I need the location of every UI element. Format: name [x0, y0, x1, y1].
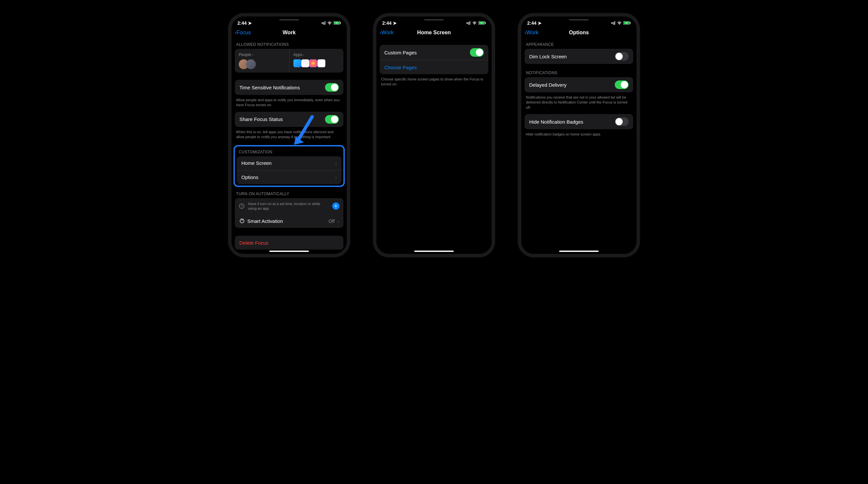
page-title: Work	[282, 30, 296, 36]
phone-screenshot-1: 2:44 ➤ •ıl ‹ Focus Work Allowed Notifica…	[228, 13, 350, 257]
page-title: Options	[569, 30, 589, 36]
svg-rect-8	[485, 22, 486, 24]
share-focus-footer: When this is on, tell apps you have noti…	[231, 127, 347, 143]
wifi-icon	[327, 21, 332, 26]
status-icons: •ıl	[611, 21, 630, 26]
hide-badges-row[interactable]: Hide Notification Badges	[525, 114, 633, 129]
choose-pages-button[interactable]: Choose Pages	[380, 60, 488, 74]
chevron-right-icon: ›	[335, 161, 337, 166]
signal-icon: •ıl	[466, 21, 470, 26]
status-time: 2:44	[238, 21, 247, 26]
battery-icon	[623, 21, 630, 26]
location-arrow-icon: ➤	[393, 21, 397, 26]
section-appearance: Appearance	[521, 39, 637, 48]
time-sensitive-footer: Allow people and apps to notify you imme…	[231, 95, 347, 111]
svg-rect-11	[630, 22, 630, 24]
home-screen-button[interactable]: Home Screen ›	[237, 156, 341, 170]
section-turn-on: Turn On Automatically	[231, 189, 347, 198]
time-sensitive-toggle[interactable]	[325, 83, 339, 92]
status-time: 2:44	[382, 21, 392, 26]
delayed-delivery-row[interactable]: Delayed Delivery	[525, 77, 633, 92]
phone-screenshot-3: 2:44 ➤ •ıl ‹ Work Options Appearance Dim…	[518, 13, 640, 257]
smart-activation-button[interactable]: Smart Activation Off ›	[235, 214, 343, 228]
people-button[interactable]: People›	[235, 49, 289, 73]
section-notifications: Notifications	[521, 68, 637, 77]
home-indicator[interactable]	[414, 251, 454, 252]
status-bar: 2:44 ➤ •ıl	[231, 17, 347, 28]
battery-icon	[478, 21, 486, 26]
apps-button[interactable]: Apps›	[289, 49, 344, 73]
app-icon	[301, 59, 309, 67]
section-allowed-notifications: Allowed Notifications	[231, 39, 347, 48]
svg-rect-2	[340, 22, 341, 24]
status-bar: 2:44 ➤ •ıl	[376, 17, 492, 28]
home-indicator[interactable]	[559, 251, 599, 252]
status-icons: •ıl	[321, 21, 341, 26]
signal-icon: •ıl	[611, 21, 615, 26]
avatar	[246, 59, 256, 69]
customization-highlight: Customization Home Screen › Options ›	[234, 145, 345, 187]
status-bar: 2:44 ➤ •ıl	[521, 17, 637, 28]
dim-lock-row[interactable]: Dim Lock Screen	[525, 49, 633, 64]
dim-lock-toggle[interactable]	[615, 52, 629, 61]
custom-pages-footer: Choose specific home screen pages to sho…	[376, 75, 492, 90]
plus-icon: +	[334, 203, 337, 209]
hide-badges-footer: Hide notification badges on home screen …	[521, 130, 637, 140]
section-customization: Customization	[236, 147, 343, 155]
delete-focus-button[interactable]: Delete Focus	[235, 236, 343, 250]
share-focus-toggle[interactable]	[325, 115, 339, 124]
back-label: Work	[526, 30, 538, 36]
wifi-icon	[617, 21, 622, 26]
delayed-footer: Notifications you receive that are not i…	[521, 93, 637, 113]
battery-icon	[334, 21, 341, 26]
custom-pages-toggle[interactable]	[470, 48, 484, 57]
chevron-right-icon: ›	[303, 52, 305, 57]
home-indicator[interactable]	[269, 251, 309, 252]
delayed-delivery-toggle[interactable]	[615, 81, 629, 89]
status-icons: •ıl	[466, 21, 486, 26]
wifi-icon	[472, 21, 477, 26]
add-button[interactable]: +	[332, 202, 340, 210]
app-icon	[309, 59, 317, 67]
signal-icon: •ıl	[321, 21, 326, 26]
page-title: Home Screen	[417, 30, 451, 36]
clock-icon	[239, 203, 245, 209]
status-time: 2:44	[527, 21, 536, 26]
power-icon	[239, 218, 245, 224]
add-schedule-row[interactable]: Have it turn on at a set time, location …	[235, 198, 343, 214]
share-focus-row[interactable]: Share Focus Status	[235, 112, 343, 127]
chevron-right-icon: ›	[252, 52, 253, 57]
app-icon	[317, 59, 326, 67]
back-button[interactable]: ‹ Work	[380, 30, 394, 36]
smart-activation-value: Off	[329, 219, 335, 224]
app-icon	[293, 59, 301, 67]
chevron-right-icon: ›	[335, 175, 337, 180]
hide-badges-toggle[interactable]	[615, 117, 629, 126]
phone-screenshot-2: 2:44 ➤ •ıl ‹ Work Home Screen Custom Pag…	[373, 13, 495, 257]
location-arrow-icon: ➤	[538, 21, 542, 26]
back-label: Focus	[237, 30, 251, 36]
back-button[interactable]: ‹ Focus	[235, 30, 251, 36]
custom-pages-row[interactable]: Custom Pages	[380, 45, 488, 60]
back-button[interactable]: ‹ Work	[525, 30, 538, 36]
options-button[interactable]: Options ›	[237, 170, 341, 184]
time-sensitive-row[interactable]: Time Sensitive Notifications	[235, 80, 343, 95]
location-arrow-icon: ➤	[248, 21, 252, 26]
chevron-right-icon: ›	[337, 219, 339, 224]
back-label: Work	[381, 30, 394, 36]
